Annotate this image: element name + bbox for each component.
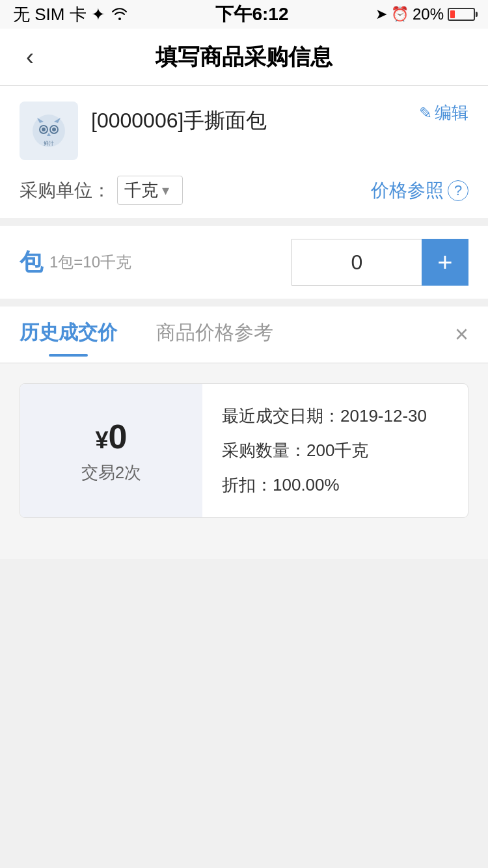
page-title: 填写商品采购信息 [156, 42, 332, 72]
product-section: 鲜汁 [0000006]手撕面包 ✎ 编辑 采购单位： 千克 ▾ 价格参照 ? [0, 86, 488, 218]
product-name: [0000006]手撕面包 [91, 102, 267, 135]
transaction-qty-row: 采购数量：200千克 [222, 438, 448, 463]
discount-label: 折扣： [222, 475, 273, 495]
tabs-header: 历史成交价 商品价格参考 × [0, 306, 488, 364]
transaction-date-row: 最近成交日期：2019-12-30 [222, 403, 448, 429]
product-header: 鲜汁 [0000006]手撕面包 ✎ 编辑 [20, 102, 468, 160]
package-char: 包 [20, 247, 43, 278]
product-logo: 鲜汁 [29, 111, 68, 150]
dropdown-arrow-icon: ▾ [162, 182, 169, 199]
battery-percent: 20% [413, 5, 444, 23]
product-left: 鲜汁 [0000006]手撕面包 [20, 102, 267, 160]
card-details: 最近成交日期：2019-12-30 采购数量：200千克 折扣：100.00% [202, 384, 468, 517]
quantity-input-row: + [291, 239, 468, 286]
svg-point-4 [52, 128, 56, 131]
quantity-input[interactable] [291, 239, 422, 286]
quantity-label: 包 1包=10千克 [20, 247, 131, 278]
transaction-card: ¥0 交易2次 最近成交日期：2019-12-30 采购数量：200千克 折扣：… [20, 383, 468, 518]
quantity-plus-button[interactable]: + [422, 239, 468, 286]
section-divider-1 [0, 218, 488, 224]
date-value: 2019-12-30 [340, 406, 427, 426]
price-reference-button[interactable]: 价格参照 ? [371, 178, 468, 203]
tab-close-button[interactable]: × [455, 321, 468, 348]
wifi-icon [111, 5, 129, 25]
price-currency: ¥ [96, 427, 109, 454]
product-unit-row: 采购单位： 千克 ▾ 价格参照 ? [20, 173, 468, 205]
svg-text:鲜汁: 鲜汁 [44, 141, 54, 146]
alarm-icon: ⏰ [391, 6, 409, 23]
unit-select-dropdown[interactable]: 千克 ▾ [117, 176, 183, 205]
location-icon: ➤ [375, 6, 387, 23]
battery-icon [448, 8, 475, 21]
nav-bar: ‹ 填写商品采购信息 [0, 29, 488, 86]
quantity-section: 包 1包=10千克 + [0, 226, 488, 299]
card-price-summary: ¥0 交易2次 [20, 384, 202, 517]
tab-product-price-ref[interactable]: 商品价格参考 [156, 319, 273, 350]
transaction-discount-row: 折扣：100.00% [222, 472, 448, 498]
help-icon: ? [448, 180, 468, 201]
discount-value: 100.00% [273, 475, 340, 495]
trade-count: 交易2次 [81, 461, 141, 484]
back-button[interactable]: ‹ [20, 37, 40, 77]
status-right: ➤ ⏰ 20% [375, 5, 475, 23]
svg-point-3 [42, 128, 46, 131]
unit-label: 采购单位： 千克 ▾ [20, 176, 183, 205]
package-sub-text: 1包=10千克 [49, 252, 131, 273]
price-display: ¥0 [96, 417, 128, 456]
status-bar: 无 SIM 卡 ✦ 下午6:12 ➤ ⏰ 20% [0, 0, 488, 29]
sim-label: 无 SIM 卡 ✦ [13, 3, 105, 26]
edit-icon: ✎ [419, 104, 432, 122]
tab-history-price[interactable]: 历史成交价 [20, 319, 117, 350]
price-value: 0 [109, 418, 128, 455]
status-left: 无 SIM 卡 ✦ [13, 3, 129, 26]
product-thumbnail: 鲜汁 [20, 102, 78, 160]
tab-content: ¥0 交易2次 最近成交日期：2019-12-30 采购数量：200千克 折扣：… [0, 364, 488, 559]
edit-button[interactable]: ✎ 编辑 [419, 102, 468, 124]
tabs-section: 历史成交价 商品价格参考 × ¥0 交易2次 最近成交日期：2019-12-30… [0, 306, 488, 559]
qty-value: 200千克 [306, 441, 368, 460]
qty-label: 采购数量： [222, 441, 306, 460]
tabs-nav: 历史成交价 商品价格参考 [20, 319, 273, 350]
date-label: 最近成交日期： [222, 406, 340, 426]
time-display: 下午6:12 [215, 2, 288, 27]
